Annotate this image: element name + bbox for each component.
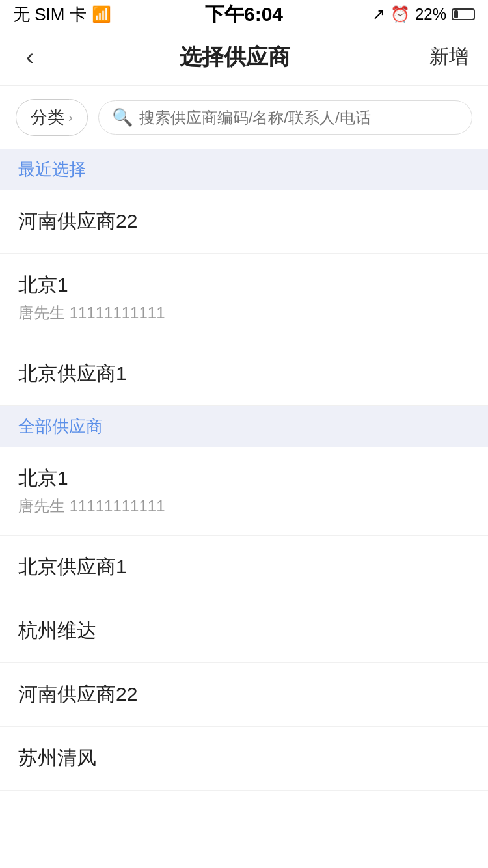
list-item[interactable]: 杭州维达 bbox=[0, 599, 488, 663]
recent-section-header: 最近选择 bbox=[0, 149, 488, 190]
all-list: 北京1唐先生 11111111111北京供应商1杭州维达河南供应商22苏州清风 bbox=[0, 447, 488, 791]
location-icon: ↗ bbox=[372, 5, 385, 23]
all-section-label: 全部供应商 bbox=[18, 416, 103, 436]
list-item[interactable]: 河南供应商22 bbox=[0, 190, 488, 254]
add-button[interactable]: 新增 bbox=[429, 44, 468, 70]
list-item[interactable]: 北京1唐先生 11111111111 bbox=[0, 447, 488, 536]
filter-bar: 分类 › 🔍 bbox=[0, 86, 488, 149]
category-label: 分类 bbox=[31, 106, 64, 129]
wifi-icon: 📶 bbox=[92, 5, 111, 23]
alarm-icon: ⏰ bbox=[390, 5, 410, 23]
item-name: 河南供应商22 bbox=[18, 208, 470, 235]
search-box[interactable]: 🔍 bbox=[98, 100, 472, 135]
list-item[interactable]: 苏州清风 bbox=[0, 727, 488, 791]
item-name: 苏州清风 bbox=[18, 745, 470, 772]
item-name: 杭州维达 bbox=[18, 617, 470, 644]
item-contact: 唐先生 11111111111 bbox=[18, 496, 470, 517]
list-item[interactable]: 北京供应商1 bbox=[0, 536, 488, 599]
item-name: 北京1 bbox=[18, 465, 470, 492]
list-item[interactable]: 北京供应商1 bbox=[0, 342, 488, 406]
battery-percent: 22% bbox=[415, 5, 446, 23]
category-filter-button[interactable]: 分类 › bbox=[16, 99, 88, 136]
list-item[interactable]: 北京1唐先生 11111111111 bbox=[0, 254, 488, 342]
item-contact: 唐先生 11111111111 bbox=[18, 303, 470, 323]
all-section-header: 全部供应商 bbox=[0, 406, 488, 447]
status-time: 下午6:04 bbox=[205, 1, 283, 28]
search-input[interactable] bbox=[139, 109, 459, 127]
status-carrier: 无 SIM 卡 📶 bbox=[13, 3, 111, 26]
status-right: ↗ ⏰ 22% bbox=[372, 5, 475, 23]
nav-bar: ‹ 选择供应商 新增 bbox=[0, 29, 488, 86]
carrier-text: 无 SIM 卡 bbox=[13, 3, 87, 26]
recent-section-label: 最近选择 bbox=[18, 159, 86, 179]
item-name: 北京供应商1 bbox=[18, 554, 470, 580]
item-name: 河南供应商22 bbox=[18, 681, 470, 708]
item-name: 北京供应商1 bbox=[18, 360, 470, 387]
list-item[interactable]: 河南供应商22 bbox=[0, 663, 488, 727]
search-icon: 🔍 bbox=[112, 107, 133, 128]
page-title: 选择供应商 bbox=[180, 42, 290, 72]
battery-icon bbox=[452, 8, 475, 20]
status-bar: 无 SIM 卡 📶 下午6:04 ↗ ⏰ 22% bbox=[0, 0, 488, 29]
chevron-right-icon: › bbox=[68, 110, 73, 125]
back-button[interactable]: ‹ bbox=[20, 37, 40, 77]
item-name: 北京1 bbox=[18, 272, 470, 299]
recent-list: 河南供应商22北京1唐先生 11111111111北京供应商1 bbox=[0, 190, 488, 406]
